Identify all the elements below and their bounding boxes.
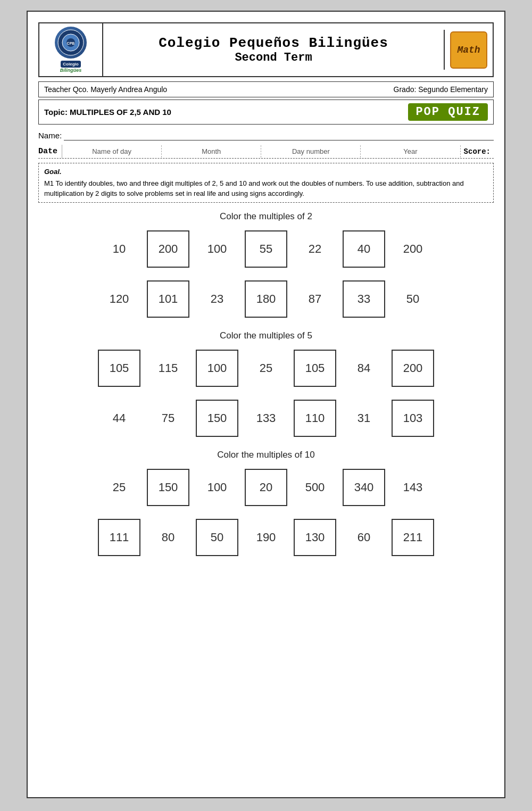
- math-badge: Math: [450, 31, 487, 69]
- number-item-2-1-5[interactable]: 60: [343, 519, 385, 556]
- number-grid-0-1: 12010123180873350: [38, 280, 494, 318]
- number-item-1-1-0[interactable]: 44: [98, 400, 140, 437]
- number-item-1-0-1[interactable]: 115: [147, 350, 189, 387]
- term-label: Second Term: [109, 51, 438, 64]
- date-field-year[interactable]: Year: [361, 145, 460, 158]
- pop-quiz-badge: POP QUIZ: [408, 103, 488, 121]
- number-grid-2-1: 111805019013060211: [38, 519, 494, 556]
- number-item-0-1-6[interactable]: 50: [392, 280, 434, 318]
- number-item-0-0-1[interactable]: 200: [147, 230, 189, 268]
- info-row: Teacher Qco. Mayerly Andrea Angulo Grado…: [38, 81, 494, 97]
- page: CPB Colegio Bilingües Colegio Pequeños B…: [27, 11, 505, 798]
- svg-text:CPB: CPB: [67, 42, 75, 45]
- score-label: Score:: [461, 145, 494, 158]
- grade-info: Grado: Segundo Elementary: [266, 85, 488, 94]
- number-item-2-0-3[interactable]: 20: [245, 469, 287, 506]
- school-logo: CPB Colegio Bilingües: [39, 23, 103, 76]
- number-item-1-0-3[interactable]: 25: [245, 350, 287, 387]
- number-item-2-1-3[interactable]: 190: [245, 519, 287, 556]
- logo-text: Colegio: [61, 61, 80, 68]
- number-item-1-1-5[interactable]: 31: [343, 400, 385, 437]
- date-field-month[interactable]: Month: [162, 145, 261, 158]
- number-item-1-0-0[interactable]: 105: [98, 350, 140, 387]
- header-title: Colegio Pequeños Bilingües Second Term: [103, 30, 445, 70]
- number-item-0-1-5[interactable]: 33: [343, 280, 385, 318]
- name-row: Name:: [38, 129, 494, 142]
- number-item-0-1-0[interactable]: 120: [98, 280, 140, 318]
- number-item-2-1-2[interactable]: 50: [196, 519, 238, 556]
- number-item-0-0-5[interactable]: 40: [343, 230, 385, 268]
- number-item-0-0-3[interactable]: 55: [245, 230, 287, 268]
- number-grid-1-1: 447515013311031103: [38, 400, 494, 437]
- name-input-line[interactable]: [64, 130, 494, 140]
- logo-subtext: Bilingües: [60, 68, 82, 73]
- number-item-1-1-2[interactable]: 150: [196, 400, 238, 437]
- number-item-1-0-6[interactable]: 200: [392, 350, 434, 387]
- number-item-0-1-3[interactable]: 180: [245, 280, 287, 318]
- number-item-0-0-4[interactable]: 22: [294, 230, 336, 268]
- number-item-0-1-1[interactable]: 101: [147, 280, 189, 318]
- number-grid-0-0: 10200100552240200: [38, 230, 494, 268]
- number-item-2-1-6[interactable]: 211: [392, 519, 434, 556]
- number-item-1-0-2[interactable]: 100: [196, 350, 238, 387]
- number-item-0-0-6[interactable]: 200: [392, 230, 434, 268]
- number-item-0-0-0[interactable]: 10: [98, 230, 140, 268]
- section-title-1: Color the multiples of 5: [38, 330, 494, 341]
- number-item-0-1-4[interactable]: 87: [294, 280, 336, 318]
- number-item-2-0-2[interactable]: 100: [196, 469, 238, 506]
- goal-text: M1 To identify doubles, two and three di…: [44, 178, 488, 199]
- number-item-2-0-1[interactable]: 150: [147, 469, 189, 506]
- school-name: Colegio Pequeños Bilingües: [109, 35, 438, 51]
- sections-container: Color the multiples of 21020010055224020…: [38, 211, 494, 556]
- number-item-2-0-5[interactable]: 340: [343, 469, 385, 506]
- number-item-1-1-6[interactable]: 103: [392, 400, 434, 437]
- number-item-0-0-2[interactable]: 100: [196, 230, 238, 268]
- number-item-1-1-3[interactable]: 133: [245, 400, 287, 437]
- topic-label: Topic: MULTIPLES OF 2,5 AND 10: [44, 107, 408, 117]
- number-item-0-1-2[interactable]: 23: [196, 280, 238, 318]
- number-item-2-0-0[interactable]: 25: [98, 469, 140, 506]
- number-item-1-1-4[interactable]: 110: [294, 400, 336, 437]
- topic-row: Topic: MULTIPLES OF 2,5 AND 10 POP QUIZ: [38, 100, 494, 125]
- number-item-2-1-1[interactable]: 80: [147, 519, 189, 556]
- date-label: Date: [38, 145, 62, 158]
- math-section: Math: [445, 27, 493, 73]
- header: CPB Colegio Bilingües Colegio Pequeños B…: [38, 22, 494, 77]
- date-row: Date Name of day Month Day number Year S…: [38, 145, 494, 159]
- section-title-2: Color the multiples of 10: [38, 450, 494, 460]
- number-item-1-1-1[interactable]: 75: [147, 400, 189, 437]
- section-title-0: Color the multiples of 2: [38, 211, 494, 222]
- teacher-info: Teacher Qco. Mayerly Andrea Angulo: [44, 85, 266, 94]
- date-field-day-number[interactable]: Day number: [261, 145, 361, 158]
- number-item-2-1-4[interactable]: 130: [294, 519, 336, 556]
- number-grid-1-0: 1051151002510584200: [38, 350, 494, 387]
- number-item-2-0-4[interactable]: 500: [294, 469, 336, 506]
- number-grid-2-0: 2515010020500340143: [38, 469, 494, 506]
- number-item-1-0-5[interactable]: 84: [343, 350, 385, 387]
- number-item-2-0-6[interactable]: 143: [392, 469, 434, 506]
- goal-title: Goal.: [44, 167, 488, 177]
- number-item-1-0-4[interactable]: 105: [294, 350, 336, 387]
- number-item-2-1-0[interactable]: 111: [98, 519, 140, 556]
- name-label: Name:: [38, 131, 62, 140]
- goal-box: Goal. M1 To identify doubles, two and th…: [38, 163, 494, 203]
- date-field-day-name[interactable]: Name of day: [62, 145, 162, 158]
- logo-circle: CPB: [55, 27, 87, 59]
